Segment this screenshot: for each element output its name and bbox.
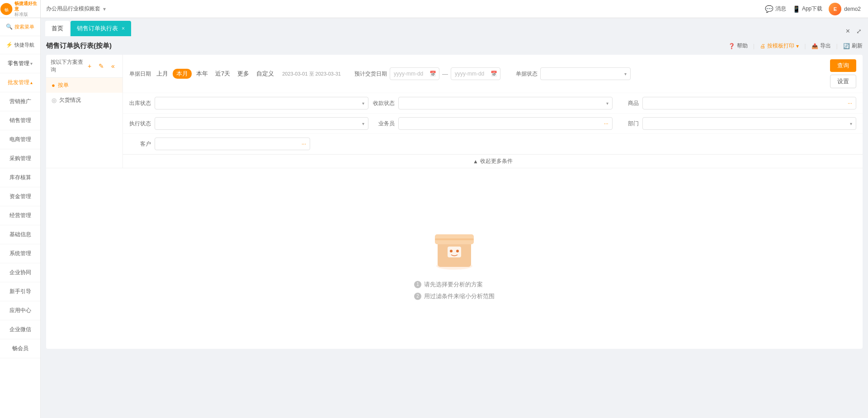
sidebar-item-enterprise[interactable]: 企业协同 xyxy=(0,263,40,282)
tab-bar: 首页 销售订单执行表 × × ⤢ xyxy=(41,18,868,36)
home-tab-label: 首页 xyxy=(52,24,63,33)
tab-close-window-btn[interactable]: × xyxy=(844,26,852,36)
dt-this-year[interactable]: 本年 xyxy=(193,69,211,79)
sidebar-item-finance[interactable]: 资金管理 xyxy=(0,187,40,206)
help-btn[interactable]: ❓ 帮助 xyxy=(728,42,748,50)
receipt-select[interactable]: ▾ xyxy=(398,97,612,109)
print-dropdown-icon: ▾ xyxy=(796,43,799,49)
dt-this-month[interactable]: 本月 xyxy=(173,69,192,79)
date-tabs-group: 上月 本月 本年 近7天 更多 自定义 xyxy=(154,69,277,79)
exec-arrow: ▾ xyxy=(362,121,364,126)
date-separator: — xyxy=(441,71,449,77)
settings-btn[interactable]: 设置 xyxy=(830,75,856,88)
scheme-add-btn[interactable]: + xyxy=(85,61,94,71)
dt-last-month[interactable]: 上月 xyxy=(154,69,171,79)
svg-point-6 xyxy=(450,250,453,252)
sidebar-item-stock[interactable]: 库存核算 xyxy=(0,168,40,187)
receipt-arrow: ▾ xyxy=(606,101,609,106)
field-goods: 商品 ··· xyxy=(617,97,856,109)
exec-label: 执行状态 xyxy=(129,120,151,128)
app-download-icon: 📱 xyxy=(793,5,800,13)
sidebar-weixin-label: 企业微信 xyxy=(9,326,31,332)
goods-more-icon[interactable]: ··· xyxy=(848,100,852,106)
refresh-btn[interactable]: 🔄 刷新 xyxy=(843,42,863,50)
logo-text-line1: 畅捷通好生意 xyxy=(14,1,40,12)
tab-maximize-btn[interactable]: ⤢ xyxy=(854,27,863,36)
sidebar-item-newbie[interactable]: 新手引导 xyxy=(0,282,40,301)
sidebar-item-marketing[interactable]: 营销推广 xyxy=(0,92,40,111)
salesperson-input[interactable]: ··· xyxy=(398,117,612,130)
scheme-edit-btn[interactable]: ✎ xyxy=(96,61,106,71)
customer-label: 客户 xyxy=(129,140,151,148)
message-label: 消息 xyxy=(775,5,786,13)
scheme-item-icon-order: ● xyxy=(52,82,55,89)
sidebar: 🔍 搜索菜单 ⚡ 快捷导航 零售管理 ▾ 批发管理 ▴ 营销推广 销售管理 电商… xyxy=(0,18,41,418)
field-salesperson: 业务员 ··· xyxy=(373,117,612,130)
expected-date-from[interactable]: yyyy-mm-dd 📅 xyxy=(390,67,439,80)
tab-home[interactable]: 首页 xyxy=(45,21,70,36)
export-btn[interactable]: 📤 导出 xyxy=(811,42,831,50)
tab-close-icon[interactable]: × xyxy=(122,25,125,32)
app-logo[interactable]: 畅 畅捷通好生意 标准版 xyxy=(0,0,41,18)
expected-date-to[interactable]: yyyy-mm-dd 📅 xyxy=(451,67,500,80)
receipt-label: 收款状态 xyxy=(373,100,395,107)
sidebar-marketing-label: 营销推广 xyxy=(9,98,31,104)
delivery-label: 出库状态 xyxy=(129,100,151,107)
message-btn[interactable]: 💬 消息 xyxy=(765,5,786,13)
breadcrumb-dropdown-icon[interactable]: ▾ xyxy=(103,6,106,12)
customer-more-icon[interactable]: ··· xyxy=(302,141,306,147)
query-btn[interactable]: 查询 xyxy=(830,59,856,72)
sidebar-member-label: 畅会员 xyxy=(12,345,28,352)
delivery-select[interactable]: ▾ xyxy=(155,97,368,109)
print-btn[interactable]: 🖨 按模板打印 ▾ xyxy=(760,42,799,50)
dt-custom[interactable]: 自定义 xyxy=(254,69,277,79)
sidebar-appstore-label: 应用中心 xyxy=(9,307,31,314)
app-download-btn[interactable]: 📱 App下载 xyxy=(793,5,822,13)
sidebar-item-ecommerce[interactable]: 电商管理 xyxy=(0,130,40,149)
tab-active[interactable]: 销售订单执行表 × xyxy=(71,21,131,36)
salesperson-more-icon[interactable]: ··· xyxy=(604,120,609,127)
export-icon: 📤 xyxy=(811,43,818,49)
sidebar-item-system[interactable]: 系统管理 xyxy=(0,244,40,263)
header-right: 💬 消息 📱 App下载 E demo2 xyxy=(758,0,868,18)
sidebar-search[interactable]: 🔍 搜索菜单 xyxy=(0,18,40,36)
breadcrumb-text[interactable]: 办公用品行业模拟账套 xyxy=(46,5,100,13)
sidebar-item-member[interactable]: 畅会员 xyxy=(0,339,40,358)
delivery-arrow: ▾ xyxy=(362,101,364,106)
field-exec: 执行状态 ▾ xyxy=(129,117,368,130)
sidebar-item-basic[interactable]: 基础信息 xyxy=(0,225,40,244)
sidebar-quick-nav[interactable]: ⚡ 快捷导航 xyxy=(0,36,40,54)
refresh-label: 刷新 xyxy=(852,42,863,50)
sidebar-item-operation[interactable]: 经营管理 xyxy=(0,206,40,225)
collapse-btn-label: 收起更多条件 xyxy=(480,157,513,165)
user-area[interactable]: E demo2 xyxy=(829,3,861,15)
scheme-collapse-btn[interactable]: « xyxy=(108,61,118,71)
dt-more[interactable]: 更多 xyxy=(235,69,252,79)
dept-label: 部门 xyxy=(617,120,639,128)
refresh-icon: 🔄 xyxy=(843,43,850,49)
sidebar-item-sales[interactable]: 销售管理 xyxy=(0,111,40,130)
main-content: 首页 销售订单执行表 × × ⤢ 销售订单执行表(按单) ❓ 帮助 xyxy=(41,18,868,418)
customer-input[interactable]: ··· xyxy=(155,138,310,150)
svg-text:畅: 畅 xyxy=(5,7,9,12)
chevron-down-icon: ▾ xyxy=(30,61,33,66)
sidebar-item-appstore[interactable]: 应用中心 xyxy=(0,301,40,320)
scheme-item-by-debt[interactable]: ◎ 欠货情况 xyxy=(46,93,123,108)
dt-7days[interactable]: 近7天 xyxy=(212,69,233,79)
sidebar-item-wholesale[interactable]: 批发管理 ▴ xyxy=(0,73,40,92)
dept-select[interactable]: ▾ xyxy=(642,117,856,130)
filter-row-1: 单据日期 上月 本月 本年 近7天 更多 自定义 xyxy=(123,55,863,93)
scheme-panel: 按以下方案查询 + ✎ « ● 按单 xyxy=(46,55,123,168)
collapse-btn[interactable]: ▲ 收起更多条件 xyxy=(123,154,863,168)
sidebar-item-purchase[interactable]: 采购管理 xyxy=(0,149,40,168)
goods-input[interactable]: ··· xyxy=(642,97,856,109)
field-customer: 客户 ··· xyxy=(129,138,310,150)
main-card: 按以下方案查询 + ✎ « ● 按单 xyxy=(46,55,863,349)
exec-select[interactable]: ▾ xyxy=(155,117,368,130)
sidebar-item-weixin[interactable]: 企业微信 xyxy=(0,320,40,339)
query-btn-area: 查询 设置 xyxy=(830,59,856,88)
scheme-item-by-order[interactable]: ● 按单 xyxy=(46,78,123,93)
sidebar-basic-label: 基础信息 xyxy=(9,231,31,238)
sidebar-item-retail[interactable]: 零售管理 ▾ xyxy=(0,54,40,73)
status-select[interactable]: ▾ xyxy=(540,67,631,80)
